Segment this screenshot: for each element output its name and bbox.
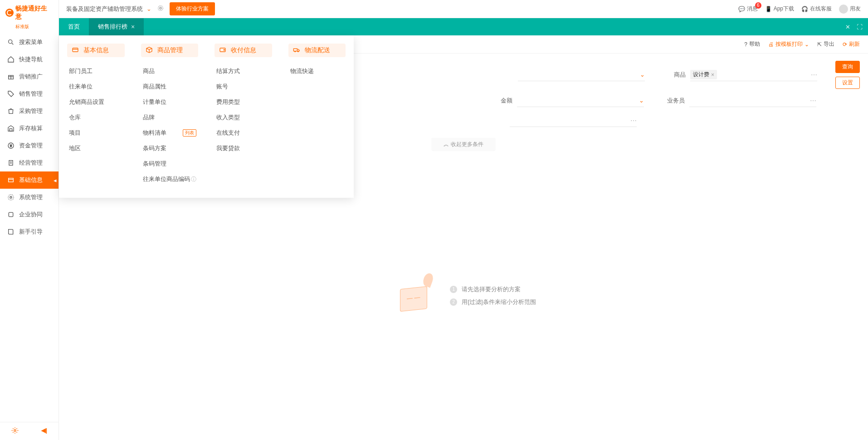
mega-head-label: 基本信息: [83, 46, 109, 54]
mega-item[interactable]: 品牌: [141, 110, 199, 125]
help-icon: ?: [744, 41, 747, 48]
sidebar-item-label: 基础信息: [19, 176, 43, 184]
mega-item[interactable]: 往来单位商品编码ⓘ: [141, 171, 199, 187]
mega-item[interactable]: 仓库: [67, 110, 125, 125]
app-download-button[interactable]: 📱 App下载: [765, 5, 794, 13]
sidebar-item-sales[interactable]: 销售管理: [0, 85, 59, 103]
sidebar-item-inventory[interactable]: 库存核算: [0, 120, 59, 137]
sidebar-item-search[interactable]: 搜索菜单: [0, 34, 59, 51]
sidebar-item-purchase[interactable]: 采购管理: [0, 103, 59, 120]
mega-item[interactable]: 地区: [67, 141, 125, 156]
user-name: 用友: [850, 5, 861, 13]
filter-product: 商品 设计费 × ⋯: [663, 68, 817, 81]
sidebar-footer: ◀|: [0, 422, 59, 440]
header-right: 💬 消息 6 📱 App下载 🎧 在线客服 用友: [738, 5, 861, 14]
sidebar-item-marketing[interactable]: 营销推广: [0, 68, 59, 85]
settings-icon[interactable]: [11, 427, 19, 435]
system-selector[interactable]: 装备及固定资产辅助管理系统 ⌄: [66, 5, 151, 13]
mega-item[interactable]: 我要贷款: [215, 141, 272, 156]
sidebar-item-basicinfo[interactable]: 基础信息 ◂: [0, 171, 59, 189]
mega-item[interactable]: 账号: [215, 79, 272, 94]
collapse-filters-button[interactable]: ︽ 收起更多条件: [432, 138, 495, 151]
app-download-label: App下载: [774, 5, 794, 13]
help-icon[interactable]: ⓘ: [191, 176, 196, 183]
support-button[interactable]: 🎧 在线客服: [801, 5, 832, 13]
mega-item[interactable]: 结算方式: [215, 64, 272, 79]
sidebar-item-guide[interactable]: 新手引导: [0, 223, 59, 240]
settings-button[interactable]: 设置: [835, 77, 860, 89]
export-button[interactable]: ⇱ 导出: [817, 40, 834, 48]
header-gear-icon[interactable]: [157, 5, 164, 13]
svg-point-16: [14, 430, 16, 431]
chevron-down-icon: ⌄: [146, 5, 151, 12]
brand-logo: 畅捷通好生意: [0, 0, 59, 24]
svg-rect-11: [9, 178, 14, 182]
filter-input-hidden-1[interactable]: ⌄: [518, 68, 645, 81]
mega-item[interactable]: 项目: [67, 125, 125, 141]
mega-item[interactable]: 在线支付: [215, 125, 272, 141]
box-icon: [146, 46, 154, 54]
mega-item[interactable]: 计量单位: [141, 94, 199, 110]
mega-item[interactable]: 收入类型: [215, 110, 272, 125]
svg-point-14: [8, 195, 14, 200]
more-icon[interactable]: ⋯: [810, 97, 816, 104]
chevron-down-icon[interactable]: ⌄: [640, 71, 645, 78]
brand-icon: [5, 9, 14, 17]
svg-point-24: [294, 51, 295, 52]
mega-item[interactable]: 商品: [141, 64, 199, 79]
tab-sales-ranking[interactable]: 销售排行榜 ×: [89, 18, 144, 35]
refresh-icon: ⟳: [843, 41, 847, 48]
close-tab-icon[interactable]: ✕: [845, 24, 850, 30]
svg-point-13: [10, 196, 12, 198]
sidebar-item-funds[interactable]: ¥ 资金管理: [0, 137, 59, 154]
print-template-button[interactable]: 🖨 按模板打印 ⌄: [768, 40, 809, 48]
sidebar: 畅捷通好生意 标准版 搜索菜单 快捷导航 营销推广 销售管理 采购管理: [0, 0, 59, 440]
gear-icon: [7, 194, 15, 201]
filter-product-label: 商品: [663, 71, 686, 79]
print-label: 按模板打印: [775, 40, 803, 48]
mega-item[interactable]: 允销商品设置: [67, 94, 125, 110]
mega-item[interactable]: 商品属性: [141, 79, 199, 94]
sidebar-item-system[interactable]: 系统管理: [0, 189, 59, 206]
refresh-button[interactable]: ⟳ 刷新: [843, 40, 860, 48]
mega-head-label: 收付信息: [231, 46, 256, 54]
book-icon: [7, 228, 15, 235]
user-menu[interactable]: 用友: [839, 5, 861, 14]
mega-item[interactable]: 物流快递: [288, 64, 346, 79]
more-icon[interactable]: ⋯: [630, 117, 637, 124]
close-icon[interactable]: ×: [131, 23, 135, 30]
mega-head-goods: 商品管理: [141, 44, 199, 57]
mega-item[interactable]: 往来单位: [67, 79, 125, 94]
fullscreen-icon[interactable]: ⛶: [857, 24, 863, 30]
mega-item[interactable]: 部门员工: [67, 64, 125, 79]
query-button[interactable]: 查询: [835, 61, 860, 73]
help-button[interactable]: ? 帮助: [744, 40, 760, 48]
sidebar-item-operation[interactable]: 经营管理: [0, 154, 59, 171]
mega-item[interactable]: 条码方案: [141, 141, 199, 156]
tag-remove-icon[interactable]: ×: [711, 72, 714, 78]
filter-salesperson: 业务员 ⋯: [662, 94, 816, 107]
more-icon[interactable]: ⋯: [811, 71, 817, 78]
sidebar-item-quicknav[interactable]: 快捷导航: [0, 51, 59, 68]
sidebar-item-label: 新手引导: [19, 228, 43, 236]
step-dot-1: 1: [450, 286, 457, 293]
mega-item[interactable]: 费用类型: [215, 94, 272, 110]
filter-sales-input[interactable]: ⋯: [689, 94, 816, 107]
mega-head-label: 物流配送: [305, 46, 330, 54]
tab-home[interactable]: 首页: [59, 18, 89, 35]
mega-item[interactable]: 条码管理: [141, 156, 199, 171]
filter-extra-input[interactable]: ⋯: [510, 114, 637, 127]
svg-rect-19: [73, 48, 78, 52]
money-icon: ¥: [7, 142, 15, 149]
collapse-icon[interactable]: ◀|: [41, 427, 48, 435]
sidebar-item-label: 企业协同: [19, 210, 43, 219]
sidebar-item-label: 采购管理: [19, 107, 43, 115]
try-solution-button[interactable]: 体验行业方案: [170, 2, 215, 15]
filter-product-input[interactable]: 设计费 × ⋯: [690, 68, 817, 81]
sidebar-item-collab[interactable]: 企业协同: [0, 206, 59, 223]
svg-point-0: [9, 40, 12, 44]
chevron-down-icon[interactable]: ⌄: [639, 97, 644, 104]
messages-button[interactable]: 💬 消息 6: [738, 5, 758, 13]
mega-item[interactable]: 物料清单列表: [141, 125, 199, 141]
filter-amount-input[interactable]: ⌄: [517, 94, 644, 107]
